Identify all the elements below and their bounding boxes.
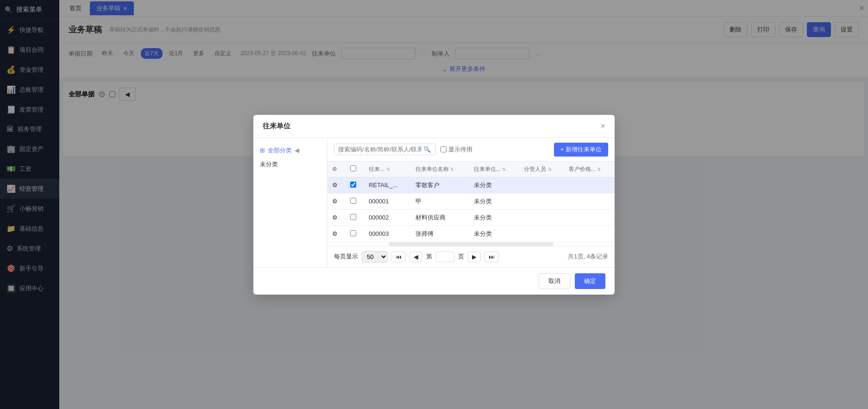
table-row[interactable]: ⚙ RETAIL_... 零散客户 未分类 [327,177,615,193]
dialog-right-panel: 🔍 显示停用 + 新增往来单位 ⚙往来... ⇅往来单位名称 ⇅往来单位... … [327,138,615,267]
col-header-checkbox [346,162,364,177]
settings-icon: ⚙ [332,198,338,205]
per-page-select[interactable]: 50 100 [362,251,388,263]
last-page-button[interactable]: ⏭ [484,252,499,262]
show-disabled-label[interactable]: 显示停用 [440,145,472,154]
row-category-4: 未分类 [469,226,520,242]
row-settings-2[interactable]: ⚙ [327,193,346,209]
table-row[interactable]: ⚙ 000002 材料供应商 未分类 [327,209,615,226]
row-name-4: 张师傅 [411,226,469,242]
dialog-body: ⊞ 全部分类 ◀ 未分类 🔍 显示停 [253,138,615,267]
dialog-left-panel: ⊞ 全部分类 ◀ 未分类 [253,138,327,267]
collapse-icon[interactable]: ◀ [295,147,299,154]
row-settings-3[interactable]: ⚙ [327,209,346,226]
row-price-2 [564,193,615,209]
col-header-settings: ⚙ [327,162,346,177]
next-page-button[interactable]: ▶ [468,252,481,262]
dialog-table: ⚙往来... ⇅往来单位名称 ⇅往来单位... ⇅分管人员 ⇅客户价格... ⇅… [327,162,615,242]
dialog-overlay: 往来单位 × ⊞ 全部分类 ◀ 未分类 [0,0,868,409]
row-check-3[interactable] [346,209,364,226]
category-unclassified[interactable]: 未分类 [253,157,327,171]
row-settings-1[interactable]: ⚙ [327,177,346,193]
row-category-1: 未分类 [469,177,520,193]
page-label-prefix: 第 [426,252,432,261]
row-check-2[interactable] [346,193,364,209]
row-name-3: 材料供应商 [411,209,469,226]
table-row[interactable]: ⚙ 000001 甲 未分类 [327,193,615,209]
col-header-code: 往来... ⇅ [364,162,411,177]
col-header-name: 往来单位名称 ⇅ [411,162,469,177]
grid-icon: ⊞ [260,147,265,154]
category-header-label: 全部分类 [268,146,292,155]
row-check-1[interactable] [346,177,364,193]
table-settings-icon[interactable]: ⚙ [332,166,337,172]
row-category-3: 未分类 [469,209,520,226]
search-icon: 🔍 [423,146,431,153]
row-code-1: RETAIL_... [364,177,411,193]
confirm-button[interactable]: 确定 [575,273,605,289]
dialog-close-button[interactable]: × [600,121,605,131]
row-code-2: 000001 [364,193,411,209]
row-name-2: 甲 [411,193,469,209]
row-person-4 [519,226,564,242]
add-partner-button[interactable]: + 新增往来单位 [554,143,608,157]
first-page-button[interactable]: ⏮ [391,252,406,262]
row-person-1 [519,177,564,193]
table-select-all[interactable] [350,165,356,171]
search-box[interactable]: 🔍 [334,144,436,155]
row-code-3: 000002 [364,209,411,226]
row-check-4[interactable] [346,226,364,242]
page-label: 页 [458,252,464,261]
dialog-header: 往来单位 × [253,115,615,138]
row-category-2: 未分类 [469,193,520,209]
col-header-person: 分管人员 ⇅ [519,162,564,177]
cancel-button[interactable]: 取消 [539,273,570,289]
col-header-price: 客户价格... ⇅ [564,162,615,177]
dialog-toolbar: 🔍 显示停用 + 新增往来单位 [327,138,615,162]
row-code-4: 000003 [364,226,411,242]
dialog-pagination: 每页显示 50 100 ⏮ ◀ 第 1 页 ▶ ⏭ 共1页, 4条记录 [327,246,615,267]
scrollbar[interactable] [327,242,615,246]
row-person-3 [519,209,564,226]
col-header-category: 往来单位... ⇅ [469,162,520,177]
total-info: 共1页, 4条记录 [568,252,608,261]
per-page-label: 每页显示 [334,252,358,261]
category-header[interactable]: ⊞ 全部分类 ◀ [253,144,327,157]
table-row[interactable]: ⚙ 000003 张师傅 未分类 [327,226,615,242]
row-price-3 [564,209,615,226]
page-input[interactable]: 1 [436,252,454,262]
row-price-4 [564,226,615,242]
search-input[interactable] [338,146,421,153]
row-price-1 [564,177,615,193]
dialog-title: 往来单位 [263,122,290,131]
settings-icon: ⚙ [332,230,338,237]
prev-page-button[interactable]: ◀ [409,252,422,262]
settings-icon: ⚙ [332,214,338,221]
show-disabled-checkbox[interactable] [440,146,447,152]
row-settings-4[interactable]: ⚙ [327,226,346,242]
dialog: 往来单位 × ⊞ 全部分类 ◀ 未分类 [253,115,615,295]
row-name-1: 零散客户 [411,177,469,193]
row-person-2 [519,193,564,209]
dialog-actions: 取消 确定 [253,267,615,295]
settings-icon: ⚙ [332,182,338,189]
